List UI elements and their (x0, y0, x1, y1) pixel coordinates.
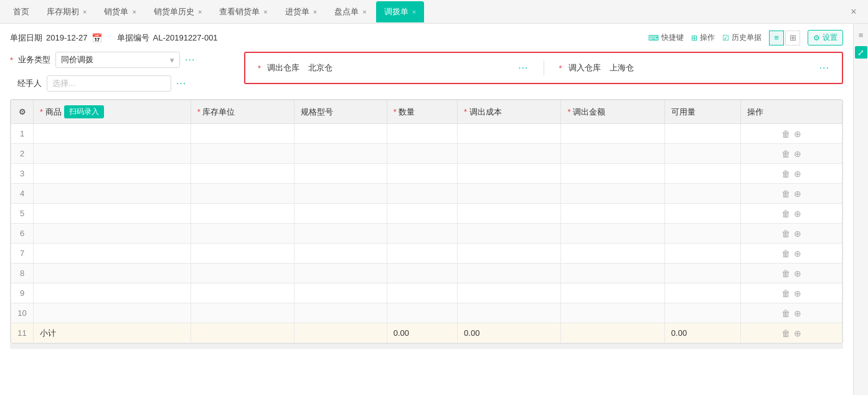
delete-row-10-icon[interactable]: 🗑 (781, 308, 790, 318)
cell-4-out_amount[interactable] (561, 184, 664, 204)
delete-row-7-icon[interactable]: 🗑 (781, 249, 790, 259)
business-type-select[interactable]: 同价调拨 ▾ (55, 52, 180, 68)
cell-4-product[interactable] (34, 184, 191, 204)
sidebar-list-icon[interactable]: ≡ (855, 29, 867, 41)
cell-8-product[interactable] (34, 264, 191, 283)
cell-8-spec[interactable] (295, 264, 387, 283)
scrollbar[interactable] (10, 344, 843, 349)
cell-10-unit[interactable] (191, 303, 294, 323)
cell-8-available[interactable] (664, 264, 740, 283)
copy-row-10-icon[interactable]: ⊕ (794, 308, 801, 318)
cell-11-out_amount[interactable] (561, 323, 664, 343)
scan-button[interactable]: 扫码录入 (64, 105, 104, 118)
cell-7-out_amount[interactable] (561, 244, 664, 264)
cell-8-out_amount[interactable] (561, 264, 664, 283)
delete-row-2-icon[interactable]: 🗑 (781, 149, 790, 159)
cell-3-out_amount[interactable] (561, 164, 664, 184)
tab-home[interactable]: 首页 (5, 1, 37, 22)
cell-1-product[interactable] (34, 124, 191, 144)
cell-5-out_cost[interactable] (458, 204, 561, 224)
cell-9-quantity[interactable] (387, 283, 457, 303)
cell-6-out_amount[interactable] (561, 224, 664, 244)
operation-btn[interactable]: ⊞ 操作 (691, 32, 715, 43)
cell-3-quantity[interactable] (387, 164, 457, 184)
cell-3-product[interactable] (34, 164, 191, 184)
cell-7-product[interactable] (34, 244, 191, 264)
copy-row-2-icon[interactable]: ⊕ (794, 149, 801, 159)
cell-7-available[interactable] (664, 244, 740, 264)
cell-6-quantity[interactable] (387, 224, 457, 244)
cell-9-out_cost[interactable] (458, 283, 561, 303)
tab-stock-init[interactable]: 库存期初 × (39, 1, 95, 22)
delete-row-4-icon[interactable]: 🗑 (781, 189, 790, 199)
copy-row-9-icon[interactable]: ⊕ (794, 288, 801, 298)
cell-4-spec[interactable] (295, 184, 387, 204)
tab-transfer[interactable]: 调拨单 × (376, 1, 424, 22)
cell-5-spec[interactable] (295, 204, 387, 224)
cell-4-available[interactable] (664, 184, 740, 204)
cell-6-unit[interactable] (191, 224, 294, 244)
cell-2-out_cost[interactable] (458, 144, 561, 164)
tab-stocktake[interactable]: 盘点单 × (326, 1, 374, 22)
tab-view-sales[interactable]: 查看销货单 × (211, 1, 275, 22)
cell-9-spec[interactable] (295, 283, 387, 303)
cell-5-product[interactable] (34, 204, 191, 224)
tab-sales-order-close[interactable]: × (132, 8, 136, 16)
delete-row-9-icon[interactable]: 🗑 (781, 288, 790, 298)
grid-view-btn[interactable]: ⊞ (785, 31, 800, 45)
cell-7-spec[interactable] (295, 244, 387, 264)
cell-6-spec[interactable] (295, 224, 387, 244)
cell-4-out_cost[interactable] (458, 184, 561, 204)
cell-5-out_amount[interactable] (561, 204, 664, 224)
cell-2-spec[interactable] (295, 144, 387, 164)
copy-row-7-icon[interactable]: ⊕ (794, 249, 801, 259)
cell-6-available[interactable] (664, 224, 740, 244)
tab-stock-init-close[interactable]: × (83, 8, 87, 16)
cell-1-unit[interactable] (191, 124, 294, 144)
cell-5-available[interactable] (664, 204, 740, 224)
cell-9-unit[interactable] (191, 283, 294, 303)
cell-3-unit[interactable] (191, 164, 294, 184)
cell-3-available[interactable] (664, 164, 740, 184)
cell-9-product[interactable] (34, 283, 191, 303)
cell-7-unit[interactable] (191, 244, 294, 264)
tab-stocktake-close[interactable]: × (362, 8, 366, 16)
cell-10-available[interactable] (664, 303, 740, 323)
cell-1-available[interactable] (664, 124, 740, 144)
cell-3-spec[interactable] (295, 164, 387, 184)
cell-2-available[interactable] (664, 144, 740, 164)
delete-row-3-icon[interactable]: 🗑 (781, 169, 790, 179)
cell-8-out_cost[interactable] (458, 264, 561, 283)
copy-row-3-icon[interactable]: ⊕ (794, 169, 801, 179)
setting-btn[interactable]: ⚙ 设置 (808, 30, 843, 45)
tab-transfer-close[interactable]: × (412, 8, 416, 16)
cell-2-product[interactable] (34, 144, 191, 164)
cell-5-quantity[interactable] (387, 204, 457, 224)
cell-11-spec[interactable] (295, 323, 387, 343)
copy-row-5-icon[interactable]: ⊕ (794, 209, 801, 219)
cell-10-quantity[interactable] (387, 303, 457, 323)
tab-sales-order[interactable]: 销货单 × (96, 1, 144, 22)
tab-purchase-order[interactable]: 进货单 × (277, 1, 325, 22)
handler-more[interactable]: ··· (176, 78, 186, 89)
cell-11-quantity[interactable]: 0.00 (387, 323, 457, 343)
copy-row-6-icon[interactable]: ⊕ (794, 229, 801, 239)
copy-row-1-icon[interactable]: ⊕ (794, 129, 801, 139)
cell-3-out_cost[interactable] (458, 164, 561, 184)
delete-row-1-icon[interactable]: 🗑 (781, 129, 790, 139)
cell-1-out_amount[interactable] (561, 124, 664, 144)
copy-row-4-icon[interactable]: ⊕ (794, 189, 801, 199)
cell-9-available[interactable] (664, 283, 740, 303)
history-btn[interactable]: ☑ 历史单据 (722, 32, 762, 43)
handler-input[interactable]: 选择... (47, 75, 171, 92)
sidebar-expand-icon[interactable]: ⤢ (855, 46, 867, 59)
cell-8-unit[interactable] (191, 264, 294, 283)
list-view-btn[interactable]: ≡ (769, 31, 784, 45)
tab-sales-history-close[interactable]: × (198, 8, 202, 16)
cell-4-quantity[interactable] (387, 184, 457, 204)
gear-header[interactable]: ⚙ (11, 100, 34, 124)
window-close-button[interactable]: × (844, 2, 863, 21)
cell-11-out_cost[interactable]: 0.00 (458, 323, 561, 343)
transfer-in-more[interactable]: ··· (819, 62, 829, 74)
cell-11-available[interactable]: 0.00 (664, 323, 740, 343)
